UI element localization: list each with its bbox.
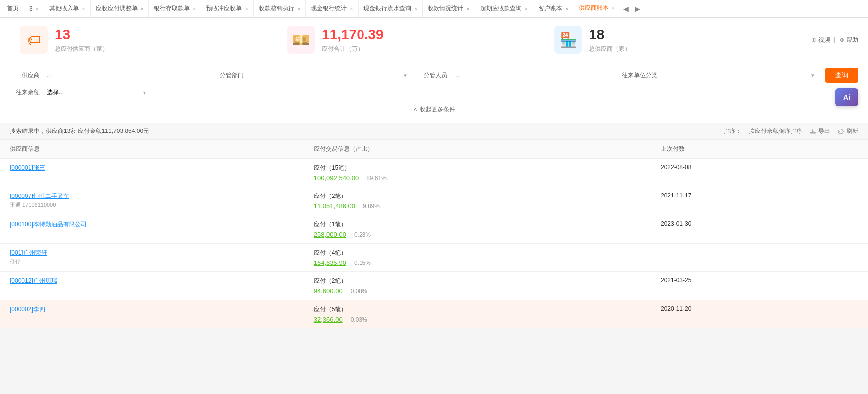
sort-value[interactable]: 按应付余额倒序排序 — [749, 127, 802, 135]
nav-tab-prepay-label: 预收冲应收单 — [206, 4, 242, 13]
summary-bar: 🏷 13 总应付供应商（家） 💴 11,170.39 应付合计（万） 🏪 18 … — [0, 18, 868, 62]
supplier-link[interactable]: [000007]恒旺二手叉车 — [10, 193, 69, 199]
tx-info-cell: 应付（2笔）94,600.000.08% — [304, 272, 651, 300]
nav-tab-receipt-exec-label: 收款核销执行 — [259, 4, 294, 13]
tx-count: （2笔） — [326, 277, 347, 284]
nav-tab-overdue[interactable]: 超期应收款查询 × — [475, 0, 533, 18]
amount-row: 100,092,540.0089.61% — [314, 174, 641, 182]
supplier-link[interactable]: [000002]李四 — [10, 306, 45, 313]
table-header-row: 供应商信息 应付交易信息（占比） 上次付数 — [0, 140, 868, 159]
supplier-link[interactable]: [000001]张三 — [10, 164, 45, 171]
amount-value[interactable]: 100,092,540.00 — [314, 174, 359, 182]
nav-arrow-right[interactable]: ▶ — [632, 5, 643, 13]
ai-button[interactable]: Ai — [835, 88, 858, 106]
total-payable-icon: 💴 — [287, 26, 315, 54]
tx-info-cell: 应付（5笔）32,366.000.03% — [304, 300, 651, 328]
nav-tab-cash-flow-label: 现金银行流水查询 — [363, 4, 411, 13]
refresh-button[interactable]: 刷新 — [837, 127, 858, 135]
balance-select[interactable]: 选择... — [44, 87, 149, 98]
amount-value[interactable]: 164,635.90 — [314, 259, 346, 266]
person-input[interactable] — [451, 70, 614, 81]
export-label: 导出 — [818, 127, 830, 135]
video-link[interactable]: ⊙ 视频 — [811, 36, 830, 44]
table-row: [000012]广州贝瑞应付（2笔）94,600.000.08%2021-03-… — [0, 272, 868, 300]
supplier-info-cell: [000001]张三 — [0, 159, 304, 187]
sort-label: 排序： — [724, 127, 742, 135]
nav-tab-cash-flow[interactable]: 现金银行流水查询 × — [359, 0, 423, 18]
nav-tab-receipt-stat[interactable]: 收款情况统计 × — [423, 0, 475, 18]
amount-row: 32,366.000.03% — [314, 316, 641, 323]
payable-suppliers-label: 总应付供应商（家） — [55, 45, 108, 53]
category-select[interactable] — [661, 70, 818, 81]
nav-tab-supplier-ledger-label: 供应商账本 — [579, 4, 609, 12]
dept-select[interactable] — [248, 70, 410, 81]
nav-tab-adjust[interactable]: 应收应付调整单 × — [91, 0, 149, 18]
nav-tab-other-income[interactable]: 其他收入单 × — [44, 0, 90, 18]
balance-select-wrap: 选择... ▼ — [44, 87, 149, 98]
tx-count: （2笔） — [326, 193, 347, 199]
nav-tab-other-income-label: 其他收入单 — [49, 4, 79, 13]
nav-tab-3[interactable]: 3 × — [24, 0, 44, 18]
export-button[interactable]: 导出 — [809, 127, 830, 135]
nav-tab-cash-stat[interactable]: 现金银行统计 × — [306, 0, 358, 18]
tx-info-cell: 应付（4笔）164,635.900.15% — [304, 244, 651, 272]
close-icon[interactable]: × — [36, 6, 39, 12]
dept-select-wrap: ▼ — [248, 70, 410, 81]
close-icon[interactable]: × — [82, 6, 85, 12]
nav-tab-home-label: 首页 — [7, 4, 19, 13]
close-icon[interactable]: × — [141, 6, 144, 12]
supplier-input[interactable] — [44, 70, 206, 81]
supplier-link[interactable]: [000012]广州贝瑞 — [10, 277, 57, 284]
supplier-info-cell: [000007]恒旺二手叉车王通 17106110000 — [0, 187, 304, 215]
supplier-info-cell: [001]广州荣轩仔仔 — [0, 244, 304, 272]
filter-row-2: 往来余额 选择... ▼ — [10, 87, 858, 98]
amount-value[interactable]: 32,366.00 — [314, 316, 343, 323]
nav-tab-bank[interactable]: 银行存取款单 × — [149, 0, 201, 18]
supplier-info-cell: [000002]李四 — [0, 300, 304, 328]
close-icon[interactable]: × — [612, 5, 615, 11]
refresh-label: 刷新 — [846, 127, 858, 135]
tx-label-row: 应付（2笔） — [314, 192, 641, 200]
nav-tab-home[interactable]: 首页 — [2, 0, 24, 18]
help-link[interactable]: ⊙ 帮助 — [840, 36, 858, 44]
filter-bar: 供应商 分管部门 ▼ 分管人员 往来单位分类 ▼ 查询 往来余额 — [0, 62, 868, 123]
percent-value: 0.03% — [351, 316, 367, 323]
close-icon[interactable]: × — [350, 6, 353, 12]
nav-tab-receipt-exec[interactable]: 收款核销执行 × — [254, 0, 306, 18]
amount-value[interactable]: 258,000.00 — [314, 231, 346, 238]
nav-arrow-left[interactable]: ◀ — [620, 5, 632, 13]
close-icon[interactable]: × — [525, 6, 528, 12]
close-icon[interactable]: × — [245, 6, 248, 12]
supplier-link[interactable]: [001]广州荣轩 — [10, 249, 47, 256]
percent-value: 0.08% — [351, 288, 367, 295]
tx-label-row: 应付（15笔） — [314, 164, 641, 172]
table-row: [001]广州荣轩仔仔应付（4笔）164,635.900.15% — [0, 244, 868, 272]
nav-tab-prepay[interactable]: 预收冲应收单 × — [201, 0, 253, 18]
last-pay-cell: 2023-01-30 — [651, 215, 868, 244]
percent-value: 0.15% — [354, 260, 371, 266]
close-icon[interactable]: × — [414, 6, 417, 12]
total-payable-number: 11,170.39 — [322, 26, 384, 43]
supplier-link[interactable]: [000100]本特勤油品有限公司 — [10, 221, 87, 228]
close-icon[interactable]: × — [565, 6, 568, 12]
query-button[interactable]: 查询 — [825, 68, 858, 83]
tx-info-cell: 应付（15笔）100,092,540.0089.61% — [304, 159, 651, 187]
nav-tab-customer-ledger[interactable]: 客户账本 × — [533, 0, 574, 18]
tx-type-label: 应付 — [314, 221, 326, 228]
supplier-sub-info: 王通 17106110000 — [10, 201, 294, 209]
amount-row: 164,635.900.15% — [314, 259, 641, 266]
amount-value[interactable]: 94,600.00 — [314, 287, 343, 295]
svg-rect-1 — [810, 133, 816, 134]
close-icon[interactable]: × — [297, 6, 300, 12]
close-icon[interactable]: × — [193, 6, 196, 12]
total-payable-label: 应付合计（万） — [322, 45, 384, 53]
nav-tab-supplier-ledger[interactable]: 供应商账本 × — [574, 0, 620, 18]
col-header-lastpay: 上次付数 — [651, 140, 868, 159]
last-pay-cell — [651, 244, 868, 272]
tx-label-row: 应付（5笔） — [314, 305, 641, 314]
close-icon[interactable]: × — [466, 6, 469, 12]
collapse-bar[interactable]: ∧ 收起更多条件 — [10, 102, 858, 117]
summary-card-total-payable: 💴 11,170.39 应付合计（万） — [277, 26, 544, 54]
help-links: ⊙ 视频 | ⊙ 帮助 — [811, 36, 858, 44]
amount-value[interactable]: 11,051,486.00 — [314, 202, 355, 210]
